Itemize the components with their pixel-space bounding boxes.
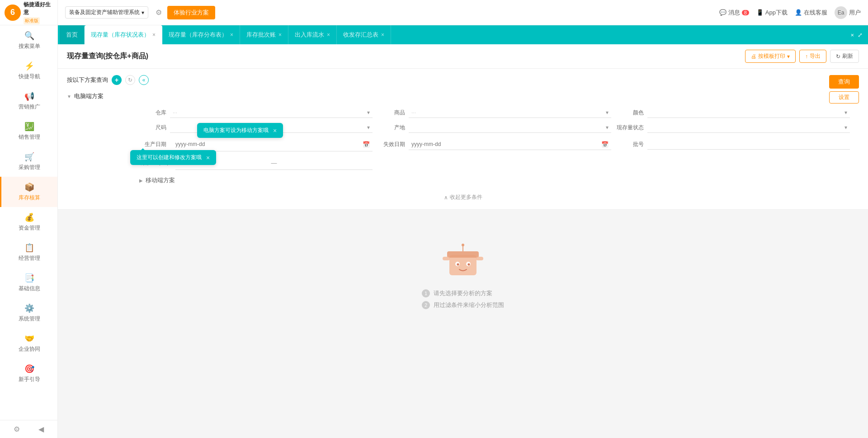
tab-home[interactable]: 首页 — [60, 25, 85, 44]
sidebar-item-label: 资金管理 — [19, 224, 40, 232]
app-download-action[interactable]: 📱 App下载 — [756, 9, 788, 17]
sidebar-item-sales[interactable]: 💹 销售管理 — [0, 116, 57, 146]
scheme-item-pc[interactable]: ▼ 电脑端方案 — [67, 90, 859, 102]
tab-stock-dist-close[interactable]: × — [230, 32, 233, 38]
user-action[interactable]: Ea 用户 — [835, 6, 861, 19]
tabs-bar: 首页 现存量（库存状况表） × 现存量（库存分布表） × 库存批次账 × 出入库… — [58, 25, 868, 44]
product-select[interactable]: ··· ▾ — [409, 108, 611, 118]
query-buttons: 查询 设置 — [829, 75, 859, 104]
sidebar-item-purchase[interactable]: 🛒 采购管理 — [0, 146, 57, 177]
pc-scheme-tooltip-close[interactable]: × — [273, 127, 277, 134]
production-date-field: 生产日期 📅 — [139, 137, 373, 151]
sidebar-item-inventory[interactable]: 📦 库存核算 — [0, 177, 57, 207]
collapse-more-btn[interactable]: ∧ 收起更多条件 — [67, 190, 859, 205]
tab-summary[interactable]: 收发存汇总表 × — [337, 25, 391, 44]
batch-no-input[interactable] — [647, 139, 850, 150]
tab-stock-status[interactable]: 现存量（库存状况表） × — [85, 25, 162, 44]
trial-btn[interactable]: 体验行业方案 — [167, 6, 215, 19]
sidebar-item-quick-nav[interactable]: ⚡ 快捷导航 — [0, 56, 57, 86]
sidebar-item-system[interactable]: ⚙️ 系统管理 — [0, 298, 57, 328]
origin-label: 产地 — [378, 124, 405, 132]
export-btn[interactable]: ↑ 导出 — [799, 50, 826, 63]
calendar-icon: 📅 — [363, 141, 370, 148]
svg-rect-1 — [447, 251, 479, 258]
tab-inout-label: 出入库流水 — [295, 31, 324, 39]
svg-point-5 — [468, 264, 470, 266]
tabs-end-actions: × ⤢ — [850, 32, 866, 38]
tab-summary-close[interactable]: × — [381, 32, 384, 38]
expand-tabs-btn[interactable]: ⤢ — [858, 32, 863, 38]
sidebar-item-operation[interactable]: 📋 经营管理 — [0, 237, 57, 268]
header-gear-icon[interactable]: ⚙ — [156, 8, 162, 17]
expiry-date-input[interactable] — [411, 141, 601, 147]
origin-field: 产地 ▾ — [378, 122, 611, 133]
search-icon: 🔍 — [24, 31, 34, 41]
expiry-date-input-wrap[interactable]: 📅 — [409, 139, 611, 150]
print-template-btn[interactable]: 🖨 按模板打印 ▾ — [745, 50, 796, 63]
online-support-action[interactable]: 👤 在线客服 — [795, 9, 827, 17]
tab-stock-status-close[interactable]: × — [152, 32, 156, 38]
sidebar: 6 畅捷通好生意 标准版 🔍 搜索菜单 ⚡ 快捷导航 📢 营销推广 💹 销售管理… — [0, 0, 58, 438]
settings-btn[interactable]: 设置 — [829, 91, 859, 104]
filter-refresh-btn[interactable]: ↻ — [125, 75, 135, 85]
tooltip-text: 电脑方案可设为移动方案哦 — [203, 127, 269, 134]
close-all-tabs-btn[interactable]: × — [850, 32, 854, 38]
tab-inout-close[interactable]: × — [327, 32, 330, 38]
scheme-item-mobile[interactable]: ▶ 移动端方案 — [139, 174, 859, 186]
tab-inout[interactable]: 出入库流水 × — [288, 25, 337, 44]
color-select[interactable]: ▾ — [647, 108, 850, 118]
sidebar-item-guide[interactable]: 🎯 新手引导 — [0, 358, 57, 389]
header-actions: 💬 消息 8 📱 App下载 👤 在线客服 Ea 用户 — [719, 6, 861, 19]
filter-add-btn[interactable]: + — [112, 75, 122, 85]
filter-arrow-btn[interactable]: « — [139, 75, 149, 85]
finance-icon: 💰 — [24, 212, 34, 222]
expiry-date-field: 失效日期 📅 — [378, 139, 611, 150]
page-header: 现存量查询(按仓库+商品) 🖨 按模板打印 ▾ ↑ 导出 ↻ 刷新 — [58, 44, 868, 69]
scheme-list: ▼ 电脑端方案 — [67, 90, 859, 102]
production-date-input[interactable] — [173, 139, 363, 149]
origin-select[interactable]: ▾ — [409, 122, 611, 133]
sidebar-item-marketing[interactable]: 📢 营销推广 — [0, 86, 57, 116]
collapse-sidebar-btn[interactable]: ◀ — [38, 425, 44, 433]
quick-nav-icon: ⚡ — [24, 61, 34, 71]
stock-main-max-input[interactable] — [280, 158, 370, 168]
query-btn[interactable]: 查询 — [829, 75, 859, 89]
scheme-label: 电脑端方案 — [74, 92, 104, 100]
edit-scheme-tooltip-close[interactable]: × — [206, 154, 210, 161]
messages-action[interactable]: 💬 消息 8 — [719, 9, 749, 17]
tab-batch-close[interactable]: × — [278, 32, 282, 38]
chevron-down-icon: ▾ — [787, 53, 790, 60]
print-icon: 🖨 — [751, 53, 756, 60]
basic-info-icon: 📑 — [24, 273, 34, 283]
filter-header: 按以下方案查询 + ↻ « — [67, 75, 859, 85]
settings-bottom-btn[interactable]: ⚙ — [14, 425, 20, 433]
sidebar-item-label: 系统管理 — [19, 315, 40, 323]
filter-panel: 按以下方案查询 + ↻ « ▼ 电脑端方案 仓库 ··· ▾ 商品 — [58, 69, 868, 210]
sidebar-item-basic-info[interactable]: 📑 基础信息 — [0, 268, 57, 298]
stock-status-select[interactable]: ▾ — [647, 122, 850, 133]
tab-stock-dist[interactable]: 现存量（库存分布表） × — [162, 25, 240, 44]
tab-stock-dist-label: 现存量（库存分布表） — [169, 31, 227, 39]
sidebar-item-label: 库存核算 — [19, 194, 40, 202]
production-date-input-wrap[interactable]: 📅 — [170, 137, 373, 151]
stock-status-label: 现存量状态 — [617, 124, 644, 132]
sidebar-item-cooperation[interactable]: 🤝 企业协同 — [0, 328, 57, 358]
sidebar-item-search[interactable]: 🔍 搜索菜单 — [0, 25, 57, 56]
tab-home-label: 首页 — [66, 31, 78, 39]
main-content: 现存量查询(按仓库+商品) 🖨 按模板打印 ▾ ↑ 导出 ↻ 刷新 按以下方案查… — [58, 44, 868, 438]
guide-icon: 🎯 — [24, 364, 34, 374]
sidebar-item-finance[interactable]: 💰 资金管理 — [0, 207, 57, 237]
empty-hint-2: 2 用过滤条件来缩小分析范围 — [422, 301, 504, 309]
stock-status-field: 现存量状态 ▾ — [617, 122, 850, 133]
tab-batch[interactable]: 库存批次账 × — [240, 25, 288, 44]
scheme-expand-icon: ▼ — [67, 94, 71, 99]
warehouse-select[interactable]: ··· ▾ — [170, 108, 373, 118]
pc-scheme-tooltip: 电脑方案可设为移动方案哦 × — [197, 123, 283, 138]
chevron-down-icon: ▾ — [844, 124, 847, 131]
refresh-btn[interactable]: ↻ 刷新 — [830, 50, 859, 63]
chevron-down-icon: ▾ — [606, 109, 609, 116]
sidebar-item-label: 快捷导航 — [19, 73, 40, 80]
empty-svg — [440, 237, 486, 282]
system-selector[interactable]: 装备及固定资产辅助管理系统 ▾ — [65, 6, 148, 19]
avatar: Ea — [835, 6, 847, 19]
